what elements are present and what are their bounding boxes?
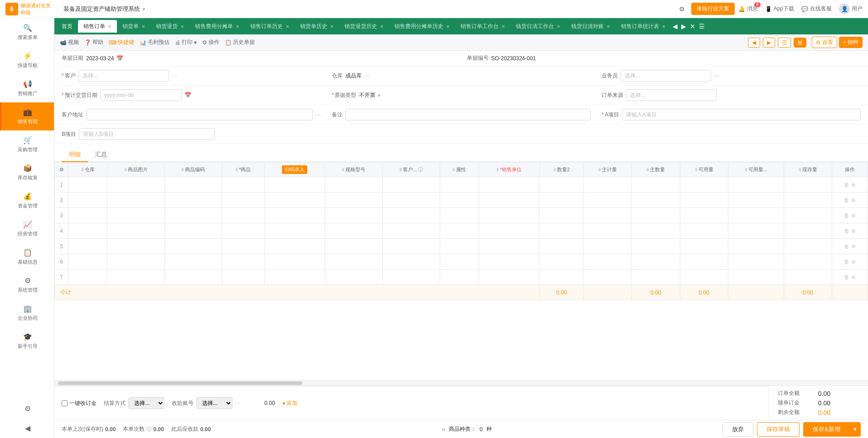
scan-entry-button[interactable]: 扫码录入	[282, 165, 307, 174]
row-2-delete-btn[interactable]: 🗑	[844, 197, 849, 203]
tab-home[interactable]: 首页	[56, 20, 78, 33]
tab-close-sales-workbench[interactable]: ✕	[501, 24, 505, 29]
row-5-delete-btn[interactable]: 🗑	[844, 243, 849, 250]
tab-close-sales-fee[interactable]: ✕	[236, 24, 239, 29]
row-1-warehouse[interactable]	[68, 177, 107, 193]
row-1-available2[interactable]	[728, 177, 784, 193]
sidebar-item-capital[interactable]: 💰 资金管理	[0, 187, 54, 215]
salesperson-more-button[interactable]: ···	[714, 72, 719, 79]
row-5-copy-btn[interactable]: ⊕	[851, 243, 856, 250]
tab-sales-refund[interactable]: 销货退货 ✕	[150, 20, 189, 33]
row-1-qty2[interactable]	[539, 177, 583, 193]
row-4-copy-btn[interactable]: ⊕	[851, 228, 856, 234]
prev-record-button[interactable]: ◀	[748, 38, 760, 48]
tab-close-cash-reconcile[interactable]: ✕	[606, 24, 610, 29]
toolbar-shortcut[interactable]: ⌨ 快捷键	[109, 39, 134, 46]
sidebar-item-purchase[interactable]: 🛒 采购管理	[0, 130, 54, 159]
sidebar-item-inventory[interactable]: 📦 库存核算	[0, 159, 54, 187]
row-6-copy-btn[interactable]: ⊕	[851, 259, 856, 265]
system-title-dropdown-icon[interactable]: ▾	[143, 6, 145, 11]
tab-sales-history[interactable]: 销售订单历史 ✕	[245, 20, 295, 33]
user-avatar-button[interactable]: 👤 用户	[839, 4, 863, 14]
toolbar-print[interactable]: 🖨 打印 ▾	[175, 39, 197, 46]
tab-nav-next[interactable]: ▶	[679, 23, 688, 30]
invoice-type-dropdown-icon[interactable]: ▾	[378, 93, 380, 98]
inner-tab-summary[interactable]: 汇总	[88, 148, 114, 162]
sidebar-item-system[interactable]: ⚙ 系统管理	[0, 271, 54, 299]
row-1-available[interactable]	[680, 177, 728, 193]
sidebar-settings-button[interactable]: ⚙	[0, 399, 54, 419]
inner-tab-detail[interactable]: 明细	[62, 148, 88, 162]
list-view-button[interactable]: ☰	[778, 38, 791, 48]
customer-more-button[interactable]: ···	[172, 72, 177, 79]
settings-button[interactable]: ⚙ 设置	[812, 37, 837, 48]
row-1-product-code[interactable]	[165, 177, 222, 193]
sidebar-collapse-button[interactable]: ◀	[0, 419, 54, 438]
sidebar-item-enterprise[interactable]: 🏢 企业协同	[0, 299, 54, 327]
payment-select[interactable]: 选择...	[128, 397, 165, 409]
tab-close-sales-order[interactable]: ✕	[108, 24, 112, 29]
customer-address-more-button[interactable]: ···	[315, 111, 321, 118]
row-7-delete-btn[interactable]: 🗑	[844, 274, 849, 280]
toolbar-operation[interactable]: ⚙ 操作	[202, 39, 219, 46]
customer-input[interactable]	[78, 70, 169, 82]
receipt-no-select[interactable]: 选择...	[196, 397, 233, 409]
horizontal-scrollbar[interactable]	[54, 380, 868, 385]
toolbar-video[interactable]: 📹 视频	[60, 39, 79, 46]
order-source-input[interactable]	[626, 89, 717, 101]
settings-gear-button[interactable]: ⚙	[677, 4, 688, 14]
tab-close-sales-return-history[interactable]: ✕	[330, 24, 334, 29]
solution-button[interactable]: 体验行业方案	[691, 3, 735, 15]
tab-cash-daily[interactable]: 钱货日清工作台 ✕	[510, 20, 566, 33]
toolbar-profit[interactable]: 📊 毛利预估	[140, 39, 170, 46]
save-new-button[interactable]: 保存&新增	[803, 422, 849, 437]
customer-attr-info-icon[interactable]: ⓘ	[418, 166, 423, 173]
save-new-dropdown-button[interactable]: ▾	[849, 422, 861, 437]
row-2-copy-btn[interactable]: ⊕	[851, 197, 856, 203]
tab-sales-return-history[interactable]: 销货单历史 ✕	[295, 20, 339, 33]
tab-close-cash-daily[interactable]: ✕	[557, 24, 560, 29]
tab-sales-fee-history[interactable]: 销售费用分摊单历史 ✕	[389, 20, 455, 33]
footer-add-button[interactable]: ● 添加	[282, 399, 297, 407]
row-3-copy-btn[interactable]: ⊕	[851, 212, 856, 219]
remark-input[interactable]	[345, 109, 591, 120]
tab-close-sales-refund-history[interactable]: ✕	[380, 24, 383, 29]
online-service-button[interactable]: 💬 在线客服	[801, 5, 832, 13]
tab-nav-close[interactable]: ✕	[688, 23, 697, 30]
one-click-checkbox[interactable]	[62, 400, 68, 406]
add-material-button[interactable]: + 物料	[839, 37, 863, 48]
row-2-warehouse[interactable]	[68, 193, 107, 208]
sidebar-item-sales[interactable]: 💼 销售管理	[0, 102, 54, 130]
tab-sales-refund-history[interactable]: 销货退货历史 ✕	[339, 20, 389, 33]
delivery-date-picker-icon[interactable]: 📅	[184, 92, 191, 98]
date-picker-icon[interactable]: 📅	[116, 55, 123, 62]
tab-close-sales-refund[interactable]: ✕	[180, 24, 184, 29]
row-1-sales-unit[interactable]	[479, 177, 539, 193]
tab-close-sales-return[interactable]: ✕	[141, 24, 145, 29]
row-6-delete-btn[interactable]: 🗑	[844, 259, 849, 265]
th-setting[interactable]: ⚙	[55, 163, 68, 177]
receipt-no-more-btn[interactable]: ···	[235, 399, 241, 407]
row-3-delete-btn[interactable]: 🗑	[844, 212, 849, 219]
tab-cash-reconcile[interactable]: 钱货日清对账 ✕	[566, 20, 616, 33]
row-1-stock[interactable]	[784, 177, 832, 193]
tab-sales-workbench[interactable]: 销售订单工作台 ✕	[455, 20, 510, 33]
tab-sales-order[interactable]: 销售订单 ✕	[78, 20, 117, 33]
row-7-copy-btn[interactable]: ⊕	[851, 274, 856, 280]
a-project-input[interactable]	[622, 109, 861, 120]
discard-button[interactable]: 放弃	[723, 422, 753, 437]
row-4-delete-btn[interactable]: 🗑	[844, 228, 849, 234]
row-1-delete-btn[interactable]: 🗑	[844, 182, 849, 188]
toolbar-history[interactable]: 📋 历史单据	[225, 39, 255, 46]
row-1-customer-attr[interactable]	[382, 177, 440, 193]
tab-sales-stats[interactable]: 销售订单统计表 ✕	[616, 20, 671, 33]
salesperson-input[interactable]	[621, 70, 711, 82]
debit-info-icon[interactable]: ⓘ	[146, 426, 151, 433]
row-1-attribute[interactable]	[440, 177, 479, 193]
sidebar-item-guide[interactable]: 🎓 新手引导	[0, 327, 54, 355]
customer-address-input[interactable]	[86, 109, 313, 120]
row-1-product-name[interactable]	[222, 177, 264, 193]
tab-close-sales-stats[interactable]: ✕	[662, 24, 665, 29]
row-1-spec[interactable]	[325, 177, 382, 193]
sidebar-item-operations[interactable]: 📈 经营管理	[0, 215, 54, 243]
